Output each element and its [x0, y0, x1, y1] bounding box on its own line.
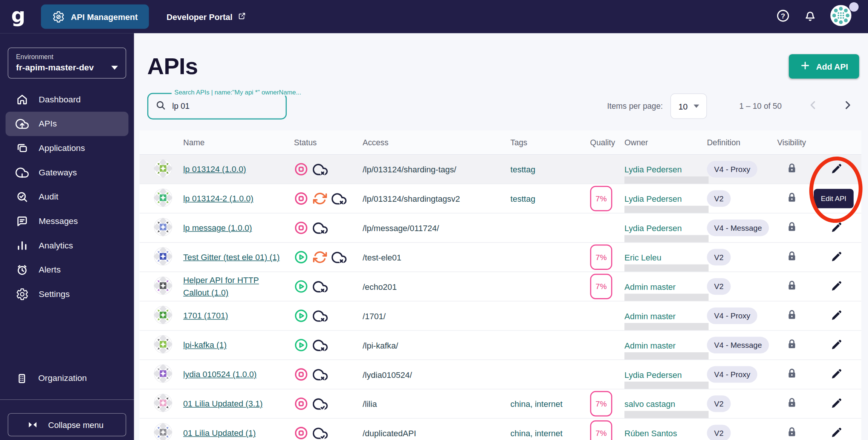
- pagination-range: 1 – 10 of 50: [739, 102, 782, 111]
- home-icon: [15, 93, 29, 106]
- api-started-icon: [294, 279, 308, 294]
- api-access-path: /lilia: [362, 399, 510, 408]
- lock-icon: [785, 426, 798, 440]
- sidebar-item-messages[interactable]: Messages: [0, 209, 134, 233]
- search-input[interactable]: [172, 102, 266, 111]
- svg-text:?: ?: [781, 12, 785, 20]
- developer-portal-label: Developer Portal: [167, 12, 232, 21]
- edit-api-button[interactable]: [830, 396, 843, 411]
- api-name-link[interactable]: lp message (1.0.0): [183, 222, 252, 234]
- api-out-of-sync-icon: [313, 191, 327, 206]
- next-page-button[interactable]: [841, 99, 853, 113]
- lock-icon: [785, 396, 798, 411]
- definition-badge: V2: [707, 425, 730, 440]
- api-name-link[interactable]: 01 Lilia Updated (3.1): [183, 398, 263, 410]
- alerts-icon: [15, 263, 29, 276]
- items-per-page-label: Items per page:: [607, 102, 663, 111]
- owner-redaction-bar: [624, 381, 708, 388]
- definition-badge: V2: [707, 278, 730, 295]
- sidebar-item-analytics[interactable]: Analytics: [0, 233, 134, 258]
- api-name-link[interactable]: lp 013124-2 (1.0.0): [183, 193, 253, 205]
- column-name: Name: [183, 138, 294, 147]
- search-box: Search APIs | name:"My api *" ownerName.…: [147, 93, 287, 120]
- edit-api-button[interactable]: [830, 221, 843, 236]
- column-access: Access: [362, 138, 510, 147]
- notifications-button[interactable]: [803, 9, 817, 25]
- api-name-link[interactable]: lpi-kafka (1): [183, 339, 226, 351]
- pencil-icon: [830, 221, 843, 236]
- owner-redaction-bar: [624, 206, 708, 213]
- settings-icon: [15, 288, 29, 301]
- sidebar-item-dashboard[interactable]: Dashboard: [0, 87, 134, 112]
- api-owner: Admin master: [624, 340, 675, 350]
- previous-page-button[interactable]: [807, 99, 819, 113]
- api-management-switcher[interactable]: API Management: [41, 5, 149, 29]
- api-name-link[interactable]: 1701 (1701): [183, 310, 228, 322]
- help-icon: ?: [776, 9, 790, 25]
- column-owner: Owner: [624, 138, 707, 147]
- table-row: 01 Lilia Updated (1) /duplicatedAPI chin…: [139, 419, 861, 440]
- edit-api-button[interactable]: [830, 338, 843, 353]
- column-status: Status: [294, 138, 362, 147]
- sidebar-item-apis[interactable]: APIs: [6, 112, 128, 136]
- external-link-icon: [237, 11, 246, 22]
- sidebar-item-gateways[interactable]: Gateways: [0, 160, 134, 185]
- sidebar-item-audit[interactable]: Audit: [0, 185, 134, 209]
- environment-selector[interactable]: Environment fr-apim-master-dev: [8, 47, 126, 78]
- api-tags: china, internet: [510, 399, 590, 408]
- sidebar-item-applications[interactable]: Applications: [0, 136, 134, 160]
- developer-portal-link[interactable]: Developer Portal: [167, 11, 246, 22]
- environment-value: fr-apim-master-dev: [16, 62, 94, 72]
- help-button[interactable]: ?: [776, 9, 790, 25]
- api-started-icon: [294, 338, 308, 352]
- edit-api-button[interactable]: [830, 367, 843, 382]
- lock-icon: [785, 221, 798, 236]
- api-name-link[interactable]: lydia 010524 (1.0.0): [183, 368, 257, 381]
- api-status: [294, 279, 362, 294]
- edit-api-button[interactable]: [830, 250, 843, 265]
- api-name-link[interactable]: Helper API for HTTP Callout (1.0): [183, 274, 286, 298]
- owner-redaction-bar: [624, 264, 708, 271]
- api-name-link[interactable]: 01 Lilia Updated (1): [183, 427, 255, 439]
- api-avatar: [154, 364, 172, 385]
- analytics-icon: [15, 239, 29, 252]
- table-row: lpi-kafka (1) /lpi-kafka/ Admin master V…: [139, 331, 861, 360]
- messages-icon: [15, 215, 29, 228]
- chevron-down-icon: [111, 65, 118, 69]
- edit-api-button[interactable]: [830, 162, 843, 177]
- pencil-icon: [830, 279, 843, 294]
- lock-icon: [785, 250, 798, 265]
- main-content: APIs Add API Search APIs | name:"My api …: [134, 33, 868, 440]
- owner-redaction-bar: [624, 352, 708, 359]
- table-row: Helper API for HTTP Callout (1.0) /echo2…: [139, 272, 861, 301]
- items-per-page-select[interactable]: 10: [671, 93, 707, 119]
- lock-icon: [785, 338, 798, 353]
- edit-api-button[interactable]: [830, 426, 843, 440]
- sidebar-divider: [0, 399, 134, 400]
- quality-badge: 7%: [590, 274, 612, 299]
- api-status: [294, 396, 362, 411]
- sidebar-item-organization[interactable]: Organization: [0, 366, 134, 391]
- collapse-menu-label: Collapse menu: [48, 420, 104, 429]
- add-api-button[interactable]: Add API: [789, 54, 859, 79]
- pencil-icon: [830, 396, 843, 411]
- edit-api-button[interactable]: [830, 308, 843, 323]
- api-avatar: [154, 247, 172, 267]
- api-name-link[interactable]: lp 013124 (1.0.0): [183, 163, 246, 175]
- api-owner: Admin master: [624, 282, 675, 291]
- user-avatar[interactable]: [830, 6, 851, 27]
- edit-api-button[interactable]: [830, 279, 843, 294]
- collapse-menu-button[interactable]: Collapse menu: [8, 413, 126, 437]
- topbar-actions: ?: [776, 6, 868, 27]
- sidebar-item-alerts[interactable]: Alerts: [0, 258, 134, 282]
- sidebar-item-settings[interactable]: Settings: [0, 282, 134, 306]
- api-name-link[interactable]: Test Gitter (test ele 01) (1): [183, 251, 280, 263]
- items-per-page-value: 10: [679, 102, 688, 111]
- gravitee-logo-icon[interactable]: g: [0, 4, 37, 29]
- owner-redaction-bar: [624, 235, 708, 242]
- api-stopped-icon: [294, 221, 308, 235]
- edit-api-tooltip: Edit API: [814, 189, 854, 208]
- table-row: Test Gitter (test ele 01) (1) /test-ele0…: [139, 243, 861, 272]
- top-bar: g API Management Developer Portal ?: [0, 0, 868, 33]
- api-owner: Rúben Santos: [624, 428, 677, 438]
